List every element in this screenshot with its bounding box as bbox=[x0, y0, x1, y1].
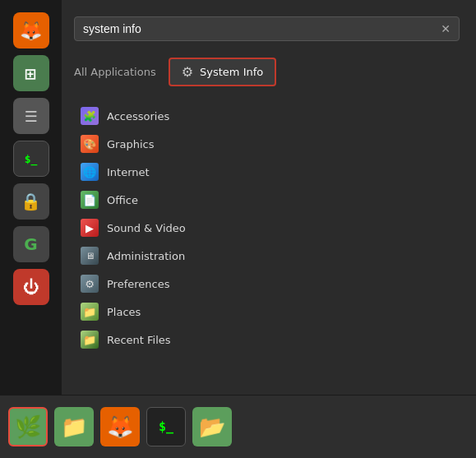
system-info-button[interactable]: ⚙ System Info bbox=[169, 58, 277, 86]
internet-label: Internet bbox=[107, 166, 150, 178]
search-result-area: All Applications ⚙ System Info bbox=[74, 58, 460, 86]
internet-icon: 🌐 bbox=[81, 163, 99, 181]
taskbar-firefox-icon[interactable]: 🦊 bbox=[100, 407, 140, 446]
preferences-label: Preferences bbox=[107, 278, 169, 290]
system-info-label: System Info bbox=[200, 66, 263, 78]
category-preferences[interactable]: ⚙ Preferences bbox=[74, 271, 460, 297]
sidebar-lock-icon[interactable]: 🔒 bbox=[13, 183, 49, 220]
office-icon: 📄 bbox=[81, 191, 99, 209]
taskbar-mint-icon[interactable]: 🌿 bbox=[8, 407, 48, 446]
sound-video-icon: ▶ bbox=[81, 219, 99, 237]
office-label: Office bbox=[107, 194, 138, 206]
category-graphics[interactable]: 🎨 Graphics bbox=[74, 131, 460, 157]
search-clear-button[interactable]: ✕ bbox=[441, 22, 451, 35]
sidebar-power-icon[interactable]: ⏻ bbox=[13, 269, 49, 305]
sidebar-terminal-icon[interactable]: $_ bbox=[13, 141, 49, 177]
category-administration[interactable]: 🖥 Administration bbox=[74, 243, 460, 269]
category-accessories[interactable]: 🧩 Accessories bbox=[74, 103, 460, 129]
preferences-icon: ⚙ bbox=[81, 275, 99, 293]
taskbar-terminal-icon[interactable]: $_ bbox=[146, 407, 186, 446]
sidebar-firefox-icon[interactable]: 🦊 bbox=[13, 12, 49, 49]
administration-label: Administration bbox=[107, 250, 185, 262]
places-icon: 📁 bbox=[81, 303, 99, 321]
administration-icon: 🖥 bbox=[81, 247, 99, 265]
graphics-label: Graphics bbox=[107, 138, 154, 150]
category-sound-video[interactable]: ▶ Sound & Video bbox=[74, 215, 460, 241]
category-recent-files[interactable]: 📁 Recent Files bbox=[74, 326, 460, 353]
recent-files-icon: 📁 bbox=[81, 331, 99, 349]
taskbar: 🌿 📁 🦊 $_ 📂 bbox=[0, 395, 476, 458]
recent-files-label: Recent Files bbox=[107, 334, 171, 346]
graphics-icon: 🎨 bbox=[81, 135, 99, 153]
category-places[interactable]: 📁 Places bbox=[74, 298, 460, 325]
category-office[interactable]: 📄 Office bbox=[74, 187, 460, 213]
sidebar-grammarly-icon[interactable]: G bbox=[13, 226, 49, 262]
system-info-gear-icon: ⚙ bbox=[182, 64, 193, 80]
sound-video-label: Sound & Video bbox=[107, 222, 186, 234]
category-internet[interactable]: 🌐 Internet bbox=[74, 159, 460, 185]
sidebar: 🦊 ⊞ ☰ $_ 🔒 G ⏻ bbox=[0, 0, 62, 395]
main-area: 🦊 ⊞ ☰ $_ 🔒 G ⏻ ✕ All Applications ⚙ Syst… bbox=[0, 0, 476, 395]
search-input[interactable] bbox=[83, 22, 434, 35]
taskbar-files-green-icon[interactable]: 📁 bbox=[54, 407, 94, 446]
content-area: ✕ All Applications ⚙ System Info 🧩 Acces… bbox=[62, 0, 476, 395]
search-bar: ✕ bbox=[74, 16, 460, 41]
category-list: 🧩 Accessories 🎨 Graphics 🌐 Internet 📄 Of… bbox=[74, 103, 460, 353]
sidebar-apps-icon[interactable]: ⊞ bbox=[13, 55, 49, 91]
places-label: Places bbox=[107, 306, 141, 318]
sidebar-manager-icon[interactable]: ☰ bbox=[13, 98, 49, 134]
accessories-icon: 🧩 bbox=[81, 107, 99, 125]
all-apps-label: All Applications bbox=[74, 66, 156, 78]
accessories-label: Accessories bbox=[107, 110, 169, 123]
taskbar-files-icon[interactable]: 📂 bbox=[192, 407, 232, 446]
